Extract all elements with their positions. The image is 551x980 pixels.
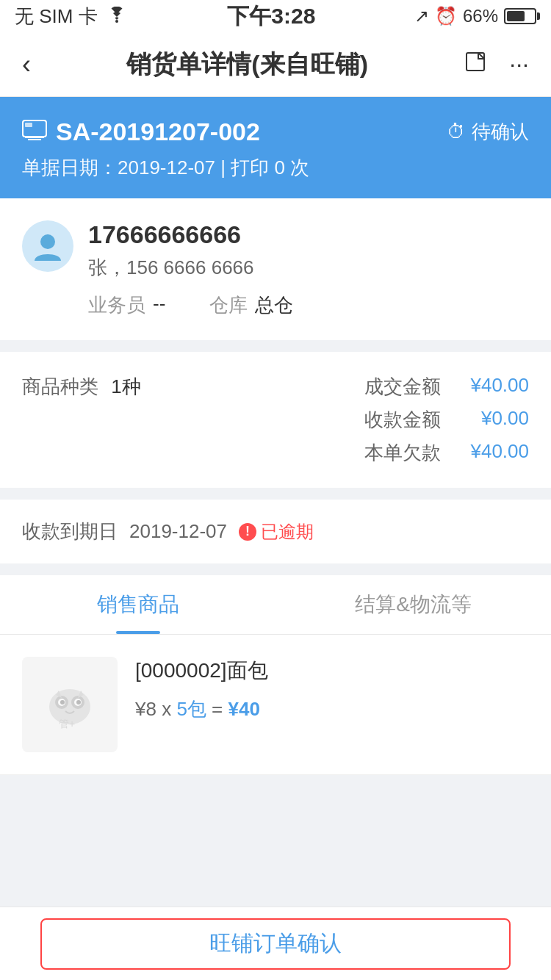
table-row: 管+ [0000002]面包 ¥8 x 5包 = ¥40 xyxy=(0,635,551,775)
salesperson-value: -- xyxy=(153,292,165,318)
salesperson-item: 业务员 -- xyxy=(88,292,165,318)
amount-label: 成交金额 xyxy=(364,374,441,400)
customer-name: 张，156 6666 6666 xyxy=(88,255,529,281)
amount-value: ¥40.00 xyxy=(455,374,529,400)
location-icon: ↗ xyxy=(414,6,429,26)
owed-value: ¥40.00 xyxy=(455,440,529,466)
equals-symbol: = xyxy=(212,698,228,720)
share-icon[interactable] xyxy=(464,50,487,79)
received-value: ¥0.00 xyxy=(455,407,529,433)
summary-section: 商品种类 1种 成交金额 ¥40.00 收款金额 ¥0.00 本单欠款 ¥40.… xyxy=(0,352,551,488)
due-label: 收款到期日 xyxy=(22,519,118,544)
nav-bar: ‹ 销货单详情(来自旺铺) ··· xyxy=(0,32,551,97)
back-button[interactable]: ‹ xyxy=(22,49,31,80)
order-status-badge: ⏱ 待确认 xyxy=(447,119,529,145)
received-label: 收款金额 xyxy=(364,407,441,433)
status-right: ↗ ⏰ 66% xyxy=(414,6,536,26)
header-card: SA-20191207-002 ⏱ 待确认 单据日期：2019-12-07 | … xyxy=(0,97,551,198)
total-value: ¥40 xyxy=(228,698,260,720)
customer-phone: 17666666666 xyxy=(88,220,529,249)
customer-info: 17666666666 张，156 6666 6666 业务员 -- 仓库 总仓 xyxy=(88,220,529,318)
summary-left: 商品种类 1种 xyxy=(22,374,141,400)
category-label: 商品种类 xyxy=(22,375,98,397)
customer-row: 17666666666 张，156 6666 6666 业务员 -- 仓库 总仓 xyxy=(22,220,529,318)
svg-point-0 xyxy=(115,20,118,23)
summary-right: 成交金额 ¥40.00 收款金额 ¥0.00 本单欠款 ¥40.00 xyxy=(364,374,529,466)
product-list: 管+ [0000002]面包 ¥8 x 5包 = ¥40 xyxy=(0,635,551,775)
svg-point-4 xyxy=(40,234,55,249)
customer-meta: 业务员 -- 仓库 总仓 xyxy=(88,292,529,318)
category-value: 1种 xyxy=(111,375,140,397)
svg-point-10 xyxy=(60,700,65,705)
overdue-badge: ! 已逾期 xyxy=(239,520,314,544)
customer-section: 17666666666 张，156 6666 6666 业务员 -- 仓库 总仓 xyxy=(0,198,551,340)
order-meta: 单据日期：2019-12-07 | 打印 0 次 xyxy=(22,155,529,181)
warehouse-item: 仓库 总仓 xyxy=(209,292,293,318)
tabs: 销售商品 结算&物流等 xyxy=(0,575,551,635)
status-bar: 无 SIM 卡 下午3:28 ↗ ⏰ 66% xyxy=(0,0,551,32)
bottom-bar: 旺铺订单确认 xyxy=(0,907,551,980)
owed-label: 本单欠款 xyxy=(364,440,441,466)
battery-percent: 66% xyxy=(463,6,498,26)
product-info: [0000002]面包 ¥8 x 5包 = ¥40 xyxy=(135,657,529,752)
amount-row: 成交金额 ¥40.00 xyxy=(364,374,529,400)
nav-actions: ··· xyxy=(464,50,529,79)
warehouse-label: 仓库 xyxy=(209,292,248,318)
status-text: 待确认 xyxy=(472,119,529,145)
svg-text:管+: 管+ xyxy=(59,718,75,729)
status-left: 无 SIM 卡 xyxy=(15,4,129,29)
product-thumbnail: 管+ xyxy=(22,657,118,752)
qty-value: 5包 xyxy=(176,698,212,720)
page-title: 销货单详情(来自旺铺) xyxy=(126,48,368,82)
wifi-icon xyxy=(105,5,129,28)
multiply-symbol: x xyxy=(162,698,176,720)
confirm-wangpu-button[interactable]: 旺铺订单确认 xyxy=(40,918,511,970)
due-section: 收款到期日 2019-12-07 ! 已逾期 xyxy=(0,500,551,563)
overdue-text: 已逾期 xyxy=(261,520,314,544)
more-icon[interactable]: ··· xyxy=(509,51,529,78)
status-time: 下午3:28 xyxy=(227,1,315,32)
product-name: [0000002]面包 xyxy=(135,657,529,685)
received-row: 收款金额 ¥0.00 xyxy=(364,407,529,433)
warehouse-value: 总仓 xyxy=(255,292,293,318)
svg-point-11 xyxy=(76,700,81,705)
salesperson-label: 业务员 xyxy=(88,292,145,318)
price-value: ¥8 xyxy=(135,698,156,720)
owed-row: 本单欠款 ¥40.00 xyxy=(364,440,529,466)
tab-sales-products[interactable]: 销售商品 xyxy=(0,575,276,634)
order-id: SA-20191207-002 xyxy=(22,118,260,146)
svg-rect-3 xyxy=(25,123,32,127)
due-date: 2019-12-07 xyxy=(129,520,227,543)
battery-icon xyxy=(504,8,536,24)
alarm-icon: ⏰ xyxy=(435,6,457,26)
header-top: SA-20191207-002 ⏱ 待确认 xyxy=(22,118,529,146)
tab-settlement-logistics[interactable]: 结算&物流等 xyxy=(276,575,551,634)
avatar xyxy=(22,220,73,272)
order-icon xyxy=(22,118,47,146)
carrier-label: 无 SIM 卡 xyxy=(15,4,98,29)
product-price: ¥8 x 5包 = ¥40 xyxy=(135,696,529,722)
clock-icon: ⏱ xyxy=(447,120,466,143)
overdue-dot-icon: ! xyxy=(239,523,256,541)
